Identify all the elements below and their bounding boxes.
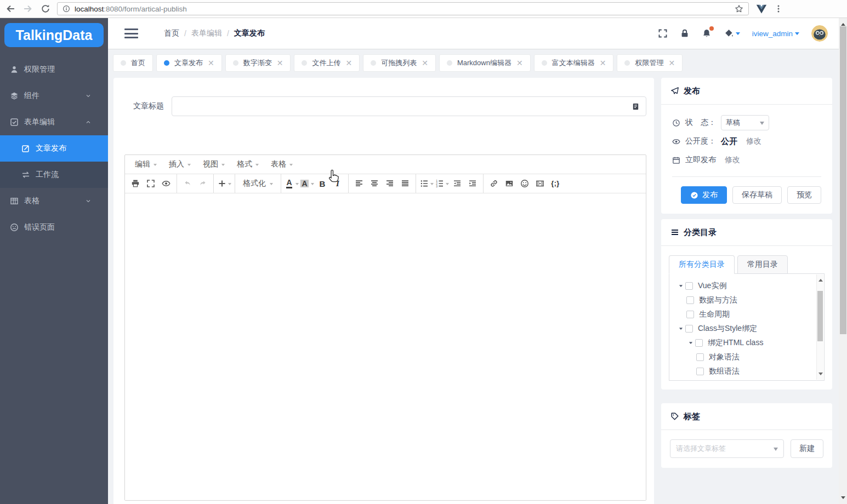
eye-button[interactable]: [159, 176, 173, 191]
back-icon[interactable]: [5, 4, 15, 14]
bell-icon[interactable]: [702, 28, 712, 38]
scrollbar-thumb[interactable]: [817, 291, 823, 341]
browser-menu-icon[interactable]: [774, 4, 783, 13]
vue-devtools-icon[interactable]: [755, 4, 768, 14]
sidebar-item[interactable]: 错误页面: [0, 214, 108, 240]
tree-scrollbar[interactable]: [816, 274, 823, 380]
user-menu[interactable]: iview_admin: [752, 30, 799, 38]
editor-menu-item[interactable]: 编辑: [129, 155, 163, 174]
scroll-down-icon[interactable]: [818, 373, 823, 377]
tree-node[interactable]: 数组语法: [673, 364, 813, 379]
bookmark-star-icon[interactable]: [735, 4, 743, 13]
tree-checkbox[interactable]: [686, 311, 694, 318]
tree-checkbox[interactable]: [696, 368, 704, 375]
image-button[interactable]: [502, 176, 516, 191]
doc-note-icon[interactable]: [632, 102, 640, 111]
open-tab[interactable]: 权限管理✕: [617, 54, 683, 72]
editor-menu-item[interactable]: 视图: [197, 155, 231, 174]
tree-checkbox[interactable]: [686, 296, 694, 304]
tree-node[interactable]: 生命周期: [673, 307, 813, 322]
forecolor-button[interactable]: A: [285, 176, 299, 191]
open-tab[interactable]: 文件上传✕: [294, 54, 360, 72]
open-tab[interactable]: 数字渐变✕: [225, 54, 291, 72]
tree-caret-icon[interactable]: [686, 340, 695, 346]
close-icon[interactable]: ✕: [600, 59, 606, 67]
editor-content-area[interactable]: [125, 193, 646, 500]
sidebar-subitem[interactable]: 文章发布: [0, 135, 108, 162]
tree-caret-icon[interactable]: [677, 326, 685, 331]
align-left-button[interactable]: [352, 176, 366, 191]
logo[interactable]: TalkingData: [4, 23, 104, 47]
tree-node[interactable]: 对象语法: [673, 350, 813, 364]
sidebar-item[interactable]: 表格: [0, 188, 108, 214]
breadcrumb-home[interactable]: 首页: [164, 28, 179, 38]
tree-checkbox[interactable]: [695, 339, 703, 347]
editor-menu-item[interactable]: 插入: [163, 155, 197, 174]
code-braces-button[interactable]: {;}: [548, 176, 562, 191]
open-tab[interactable]: 可拖拽列表✕: [363, 54, 436, 72]
close-icon[interactable]: ✕: [668, 59, 675, 67]
hamburger-menu-icon[interactable]: [124, 28, 138, 38]
scrollbar-thumb[interactable]: [840, 26, 846, 334]
fullscreen-ed-button[interactable]: [144, 176, 158, 191]
emoji-button[interactable]: [518, 176, 532, 191]
tree-node[interactable]: 绑定HTML class: [673, 336, 813, 350]
backcolor-button[interactable]: A: [300, 176, 314, 191]
tab-all-categories[interactable]: 所有分类目录: [669, 255, 735, 274]
print-button[interactable]: [128, 176, 143, 191]
indent-button[interactable]: [465, 176, 480, 191]
address-bar[interactable]: localhost:8080/form/artical-publish: [57, 2, 749, 15]
editor-menu-item[interactable]: 格式: [231, 155, 265, 174]
visibility-modify-link[interactable]: 修改: [746, 136, 761, 146]
align-right-button[interactable]: [383, 176, 397, 191]
tree-checkbox[interactable]: [685, 325, 693, 333]
fullscreen-icon[interactable]: [658, 28, 668, 38]
open-tab[interactable]: Markdown编辑器✕: [439, 54, 531, 72]
url-text[interactable]: localhost:8080/form/artical-publish: [75, 5, 187, 13]
close-icon[interactable]: ✕: [277, 59, 283, 67]
tree-node[interactable]: Vue实例: [673, 279, 813, 293]
tree-caret-icon[interactable]: [677, 283, 685, 289]
theme-bucket-icon[interactable]: [724, 28, 740, 38]
close-icon[interactable]: ✕: [516, 59, 523, 67]
tag-select[interactable]: 请选择文章标签: [670, 439, 784, 458]
editor-menu-item[interactable]: 表格: [265, 155, 299, 174]
page-scrollbar[interactable]: [839, 18, 847, 504]
media-button[interactable]: [533, 176, 547, 191]
sidebar-item[interactable]: 表单编辑: [0, 109, 108, 135]
forward-icon[interactable]: [23, 4, 33, 14]
outdent-button[interactable]: [450, 176, 464, 191]
scroll-up-icon[interactable]: [841, 21, 845, 26]
format-dropdown[interactable]: 格式化: [238, 179, 278, 188]
list-ol-button[interactable]: 123: [435, 176, 449, 191]
open-tab[interactable]: 富文本编辑器✕: [534, 54, 614, 72]
breadcrumb-form-edit[interactable]: 表单编辑: [191, 28, 222, 38]
avatar[interactable]: [811, 25, 828, 42]
italic-button[interactable]: I: [331, 176, 345, 191]
publish-button[interactable]: 发布: [681, 186, 727, 204]
sidebar-subitem[interactable]: 工作流: [0, 162, 108, 188]
plus-button[interactable]: [217, 176, 231, 191]
refresh-icon[interactable]: [41, 4, 50, 14]
close-icon[interactable]: ✕: [345, 59, 352, 67]
open-tab[interactable]: 首页: [113, 54, 153, 72]
tree-checkbox[interactable]: [696, 353, 704, 361]
tree-node[interactable]: Class与Style绑定: [673, 322, 813, 336]
sidebar-item[interactable]: 权限管理: [0, 56, 108, 83]
redo-button[interactable]: [196, 176, 210, 191]
status-select[interactable]: 草稿: [721, 115, 769, 130]
align-justify-button[interactable]: [398, 176, 412, 191]
link-button[interactable]: [487, 176, 501, 191]
page-info-icon[interactable]: [62, 5, 70, 13]
tree-checkbox[interactable]: [685, 282, 693, 290]
schedule-modify-link[interactable]: 修改: [725, 155, 740, 165]
tab-common-categories[interactable]: 常用目录: [737, 255, 788, 274]
scroll-up-icon[interactable]: [818, 277, 823, 282]
bold-button[interactable]: B: [315, 176, 329, 191]
tree-node[interactable]: 数据与方法: [673, 293, 813, 307]
preview-button[interactable]: 预览: [787, 186, 821, 204]
open-tab[interactable]: 文章发布✕: [156, 54, 222, 72]
lock-icon[interactable]: [680, 28, 690, 38]
list-ul-button[interactable]: [419, 176, 434, 191]
close-icon[interactable]: ✕: [208, 59, 214, 67]
